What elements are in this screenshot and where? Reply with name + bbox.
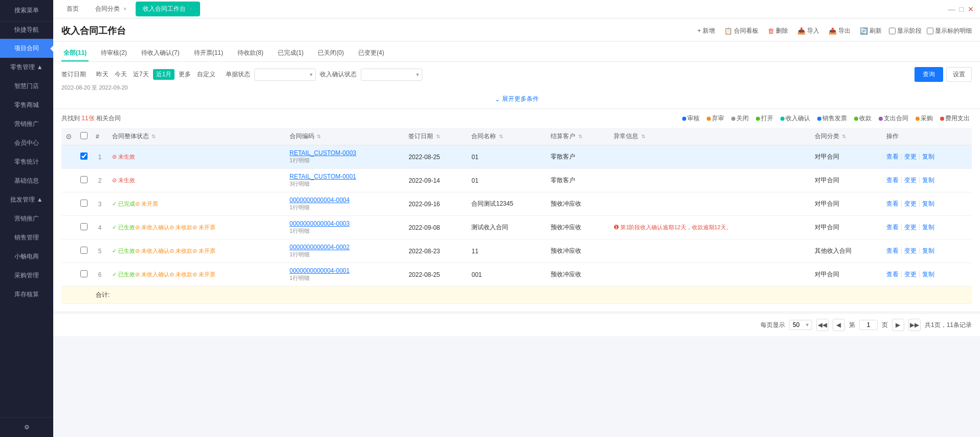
action-查看[interactable]: 查看 <box>886 270 899 279</box>
date-btn-yesterday[interactable]: 昨天 <box>94 69 111 80</box>
date-btn-today[interactable]: 今天 <box>113 69 129 80</box>
filter-tab-pending-invoice[interactable]: 待开票(11) <box>192 46 225 61</box>
date-btn-more[interactable]: 更多 <box>177 69 193 80</box>
sidebar-item-stats[interactable]: 零售统计 <box>0 152 53 171</box>
header-action-delete[interactable]: 🗑删除 <box>766 26 790 36</box>
income-confirm-select[interactable] <box>361 69 422 81</box>
header-action-import[interactable]: 📥导入 <box>795 26 821 36</box>
date-btn-last1month[interactable]: 近1月 <box>153 69 175 80</box>
contract-code-link[interactable]: 0000000000004-0001 <box>290 267 350 274</box>
action-复制[interactable]: 复制 <box>922 152 934 161</box>
table-action-purchase[interactable]: 采购 <box>913 113 935 124</box>
action-复制[interactable]: 复制 <box>922 270 934 279</box>
tab-contract-cat[interactable]: 合同分类 × <box>88 2 134 16</box>
header-action-contract-board[interactable]: 📋合同看板 <box>722 26 760 36</box>
action-复制[interactable]: 复制 <box>922 223 934 232</box>
tab-income-workbench[interactable]: 收入合同工作台 × <box>136 2 200 16</box>
sidebar-item-member[interactable]: 会员中心 <box>0 134 53 152</box>
row-checkbox[interactable] <box>80 247 88 254</box>
doc-status-select[interactable] <box>254 69 316 81</box>
page-size-select[interactable]: 50 20 100 <box>789 320 812 330</box>
action-变更[interactable]: 变更 <box>904 247 917 255</box>
tab-home[interactable]: 首页 <box>59 2 86 16</box>
row-checkbox[interactable] <box>80 152 88 160</box>
header-action-refresh[interactable]: 🔄刷新 <box>858 26 884 36</box>
action-变更[interactable]: 变更 <box>904 200 917 208</box>
contract-code-link[interactable]: RETAIL_CUSTOM-0003 <box>290 149 356 157</box>
table-action-sales-invoice[interactable]: 销售发票 <box>815 113 849 124</box>
action-复制[interactable]: 复制 <box>922 176 934 185</box>
date-btn-last7[interactable]: 近7天 <box>131 69 151 80</box>
action-查看[interactable]: 查看 <box>886 152 899 161</box>
sidebar-item-marketing[interactable]: 营销推广 <box>0 115 53 134</box>
sidebar-item-online-store[interactable]: 零售商城 <box>0 96 53 115</box>
prev-page-button[interactable]: ◀ <box>833 319 845 331</box>
horizontal-scrollbar[interactable] <box>61 306 972 311</box>
filter-tab-changed[interactable]: 已变更(4) <box>356 46 386 61</box>
row-checkbox[interactable] <box>80 176 88 183</box>
tab-close-income-workbench[interactable]: × <box>188 6 192 12</box>
sidebar-item-inventory[interactable]: 库存核算 <box>0 285 53 304</box>
page-number-input[interactable] <box>859 320 878 330</box>
sidebar-item-marketing2[interactable]: 营销推广 <box>0 209 53 228</box>
table-action-income-confirm[interactable]: 收入确认 <box>778 113 812 124</box>
action-查看[interactable]: 查看 <box>886 223 899 232</box>
header-action-add[interactable]: + 新增 <box>695 26 717 36</box>
action-查看[interactable]: 查看 <box>886 176 899 185</box>
sidebar-item-retail[interactable]: 零售管理 ▲ <box>0 58 53 77</box>
window-close[interactable]: ✕ <box>968 5 974 13</box>
checkbox-show-marks[interactable] <box>927 28 933 34</box>
action-变更[interactable]: 变更 <box>904 223 917 232</box>
first-page-button[interactable]: ◀◀ <box>816 319 829 331</box>
header-action-show-stages[interactable]: 显示阶段 <box>889 27 922 35</box>
action-查看[interactable]: 查看 <box>886 200 899 208</box>
contract-code-link[interactable]: 0000000000004-0003 <box>290 220 350 227</box>
select-all-checkbox[interactable] <box>80 132 88 139</box>
next-page-button[interactable]: ▶ <box>892 319 904 331</box>
filter-tab-all[interactable]: 全部(11) <box>61 46 89 61</box>
contract-code-link[interactable]: RETAIL_CUSTOM-0001 <box>290 173 356 180</box>
filter-tab-pending-payment[interactable]: 待收款(8) <box>235 46 266 61</box>
action-变更[interactable]: 变更 <box>904 270 917 279</box>
sidebar-item-basic-info[interactable]: 基础信息 <box>0 171 53 190</box>
table-action-expense-out2[interactable]: 费用支出 <box>938 113 972 124</box>
tab-close-contract-cat[interactable]: × <box>122 6 126 12</box>
row-checkbox[interactable] <box>80 223 88 230</box>
contract-code-link[interactable]: 0000000000004-0002 <box>290 244 350 251</box>
action-变更[interactable]: 变更 <box>904 176 917 185</box>
table-action-close[interactable]: 关闭 <box>729 113 751 124</box>
query-button[interactable]: 查询 <box>914 67 943 82</box>
gear-icon[interactable]: ⚙ <box>66 133 72 141</box>
sidebar-item-purchase[interactable]: 采购管理 <box>0 266 53 285</box>
checkbox-show-stages[interactable] <box>889 28 896 34</box>
window-minimize[interactable]: — <box>948 5 955 13</box>
sidebar-settings[interactable]: ⚙ <box>0 417 53 437</box>
row-checkbox[interactable] <box>80 270 88 277</box>
sidebar-item-smart-store[interactable]: 智慧门店 <box>0 77 53 96</box>
action-查看[interactable]: 查看 <box>886 247 899 255</box>
last-page-button[interactable]: ▶▶ <box>908 319 921 331</box>
sidebar-item-project[interactable]: 项目合同 <box>0 39 53 58</box>
filter-tab-completed[interactable]: 已完成(1) <box>276 46 306 61</box>
action-复制[interactable]: 复制 <box>922 247 934 255</box>
filter-setting-button[interactable]: 设置 <box>946 67 972 82</box>
action-复制[interactable]: 复制 <box>922 200 934 208</box>
window-maximize[interactable]: □ <box>960 5 964 13</box>
expand-conditions-button[interactable]: ⌄ 展开更多条件 <box>495 95 539 103</box>
table-action-expense-out[interactable]: 支出合同 <box>877 113 910 124</box>
sidebar-search[interactable]: 搜索菜单 <box>0 0 53 21</box>
filter-tab-pending-review[interactable]: 待审核(2) <box>99 46 129 61</box>
sidebar-item-ecom[interactable]: 小畅电商 <box>0 247 53 266</box>
action-变更[interactable]: 变更 <box>904 152 917 161</box>
filter-tab-closed[interactable]: 已关闭(0) <box>316 46 346 61</box>
sidebar-item-sales[interactable]: 销售管理 <box>0 228 53 247</box>
table-action-payment[interactable]: 收款 <box>852 113 874 124</box>
header-action-show-marks[interactable]: 显示标的明细 <box>927 27 972 35</box>
table-action-open[interactable]: 打开 <box>754 113 775 124</box>
row-checkbox[interactable] <box>80 200 88 207</box>
header-action-export[interactable]: 📤导出 <box>826 26 853 36</box>
contract-code-link[interactable]: 0000000000004-0004 <box>290 196 350 204</box>
filter-tab-pending-confirm[interactable]: 待收入确认(7) <box>139 46 182 61</box>
sidebar-nav[interactable]: 快捷导航 <box>0 21 53 39</box>
table-action-abandon[interactable]: 弃审 <box>705 113 726 124</box>
